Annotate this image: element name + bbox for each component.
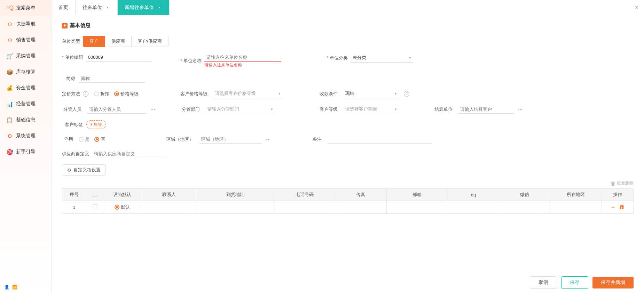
stop-yes[interactable]: 是 [79, 136, 89, 143]
sidebar-label-system: 系统管理 [16, 133, 36, 139]
row-actions: ＋ 🗑 [602, 201, 633, 214]
customer-price-arrow: ▾ [278, 91, 281, 96]
form-content: F 基本信息 单位类型 客户 供应商 客户/供应商 * 单位编码 [52, 15, 644, 272]
custom-settings-button[interactable]: ⚙ 自定义项设置 [62, 164, 106, 176]
settlement-input[interactable] [458, 105, 514, 114]
sidebar-item-system[interactable]: ⚙ 系统管理 [0, 128, 51, 144]
row-qq[interactable] [448, 201, 499, 214]
pricing-radio-group: 折扣 价格等级 [94, 91, 139, 97]
stop-group: 停用 是 否 [62, 136, 146, 143]
row-checkbox-box[interactable] [93, 204, 97, 209]
type-btn-both[interactable]: 客户/供应商 [132, 36, 168, 47]
sidebar-item-basic-info[interactable]: 📋 基础信息 [0, 112, 51, 128]
unit-code-input[interactable] [86, 53, 152, 62]
unit-name-input[interactable] [204, 53, 281, 62]
cancel-button[interactable]: 取消 [530, 276, 557, 289]
type-btn-customer[interactable]: 客户 [83, 36, 105, 47]
tab-partners[interactable]: 往来单位 × [76, 0, 118, 15]
tab-new-partner-close[interactable]: × [157, 5, 162, 10]
pricing-method-label: 定价方法 ? [62, 91, 88, 97]
sidebar-item-operations[interactable]: 📊 经营管理 [0, 96, 51, 112]
settlement-dots[interactable]: ··· [517, 106, 524, 113]
contacts-table: 序号 设为默认 联系人 到货地址 电话号码 传真 邮箱 qq 微信 所在地区 操… [62, 188, 634, 214]
supplier-custom-label: 供应商自定义 [62, 151, 89, 157]
type-btn-group: 客户 供应商 客户/供应商 [83, 36, 168, 47]
header-checkbox[interactable] [93, 192, 97, 197]
sidebar-label-sales: 销售管理 [16, 37, 36, 43]
sidebar-label-finance: 资金管理 [16, 85, 36, 91]
sidebar-label-search: 搜索菜单 [16, 5, 36, 11]
sidebar-item-quicknav[interactable]: ⊙ 快捷导航 [0, 16, 51, 32]
row-contact[interactable] [141, 201, 197, 214]
th-fax: 传真 [335, 189, 386, 201]
row-region[interactable] [550, 201, 602, 214]
customer-price-select[interactable]: 请选择客户价格等级 ▾ [213, 89, 283, 98]
th-default: 设为默认 [104, 189, 141, 201]
pricing-help-icon[interactable]: ? [83, 91, 88, 97]
payment-condition-select[interactable]: 现结 ▾ [343, 89, 399, 98]
dept-select[interactable]: 请输入分管部门 ▾ [205, 105, 275, 114]
type-btn-supplier[interactable]: 供应商 [105, 36, 132, 47]
row-phone[interactable] [274, 201, 335, 214]
th-index: 序号 [62, 189, 86, 201]
unit-code-row: * 单位编码 * 单位名称 请输入往来单位名称 * 单位分类 [62, 53, 634, 68]
tab-partners-close[interactable]: × [105, 5, 110, 10]
remark-input[interactable] [327, 135, 432, 144]
operations-icon: 📊 [6, 100, 13, 107]
sidebar-item-guide[interactable]: 🎯 新手引导 [0, 144, 51, 160]
payment-condition-label: 收款条件 [320, 91, 338, 97]
row-default-radio[interactable]: 默认 [108, 204, 137, 210]
pricing-row: 定价方法 ? 折扣 价格等级 客户价格等级 [62, 89, 634, 98]
save-and-new-button[interactable]: 保存并新增 [592, 277, 634, 288]
supplier-custom-input[interactable] [92, 150, 168, 158]
payment-help-icon[interactable]: ? [404, 91, 409, 97]
unit-name-label: * 单位名称 [180, 58, 202, 64]
unit-name-wrap: 请输入往来单位名称 [204, 53, 281, 68]
radio-discount[interactable]: 折扣 [94, 91, 109, 97]
unit-type-row: 单位类型 客户 供应商 客户/供应商 [62, 36, 634, 47]
row-delete-icon[interactable]: 🗑 [619, 204, 625, 210]
radio-price-level[interactable]: 价格等级 [114, 91, 139, 97]
customer-level-select[interactable]: 请选择客户等级 ▾ [343, 105, 399, 114]
th-phone: 电话号码 [274, 189, 335, 201]
row-default-circle [115, 205, 119, 210]
region-dots[interactable]: ··· [265, 136, 272, 143]
dept-group: 分管部门 请输入分管部门 ▾ [180, 105, 306, 114]
bulk-delete-label[interactable]: 批量删除 [617, 180, 634, 186]
sidebar-item-finance[interactable]: 💰 资金管理 [0, 80, 51, 96]
table-header-row: 序号 设为默认 联系人 到货地址 电话号码 传真 邮箱 qq 微信 所在地区 操… [62, 189, 634, 201]
stop-yes-circle [79, 137, 84, 142]
tab-bar: 首页 往来单位 × 新增往来单位 × × [52, 0, 644, 15]
unit-category-select[interactable]: 未分类 ▾ [351, 53, 413, 63]
save-button[interactable]: 保存 [561, 276, 588, 289]
region-input[interactable] [199, 135, 262, 144]
supervisor-dots[interactable]: ··· [149, 106, 156, 113]
row-wechat[interactable] [499, 201, 550, 214]
short-name-input[interactable] [79, 74, 145, 83]
unit-code-label: * 单位编码 [62, 54, 83, 60]
sidebar-item-purchase[interactable]: 🛒 采购管理 [0, 48, 51, 64]
sidebar-item-search[interactable]: ≡Q 搜索菜单 [0, 0, 51, 16]
row-address[interactable] [197, 201, 274, 214]
row-email[interactable] [386, 201, 448, 214]
close-all-button[interactable]: × [629, 0, 644, 15]
th-address: 到货地址 [197, 189, 274, 201]
tab-new-partner[interactable]: 新增往来单位 × [118, 0, 170, 15]
stop-no[interactable]: 否 [94, 136, 105, 143]
search-icon: ≡Q [6, 5, 13, 11]
settlement-group: 结算单位 ··· [434, 105, 524, 114]
sidebar-label-purchase: 采购管理 [16, 53, 36, 59]
gear-icon: ⚙ [67, 168, 71, 173]
tab-home[interactable]: 首页 [52, 0, 76, 15]
stop-row: 停用 是 否 区域（地区） ··· [62, 135, 634, 144]
inventory-icon: 📦 [6, 68, 13, 75]
unit-type-label: 单位类型 [62, 38, 80, 44]
sidebar-item-sales[interactable]: ⊙ 销售管理 [0, 32, 51, 48]
add-tag-button[interactable]: + 标签 [86, 120, 106, 129]
short-name-row: 简称 [62, 74, 634, 83]
row-add-icon[interactable]: ＋ [610, 204, 616, 210]
row-fax[interactable] [335, 201, 386, 214]
supervisor-input[interactable] [87, 105, 146, 114]
supervisor-group: 分管人员 ··· [62, 105, 173, 114]
sidebar-item-inventory[interactable]: 📦 库存核算 [0, 64, 51, 80]
